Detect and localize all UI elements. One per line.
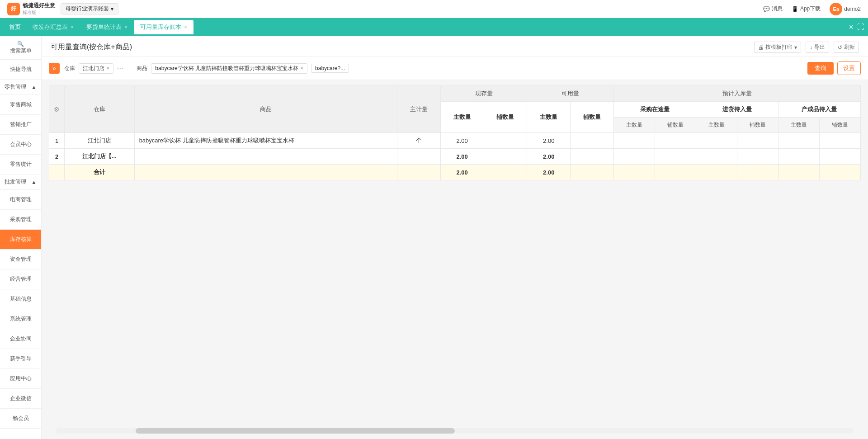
filter-toggle[interactable]: » (49, 63, 60, 74)
search-label: 搜索菜单 (10, 47, 32, 55)
sidebar-item-marketing[interactable]: 营销推广 (0, 115, 41, 135)
th-available-aux: 辅数量 (571, 102, 614, 133)
warehouse-tag[interactable]: 江北门店 × (79, 63, 113, 74)
product-tag1[interactable]: babycare学饮杯 儿童防摔防撞吸管杯重力球吸嘴杯宝宝水杯 × (151, 63, 307, 74)
th-incoming-aux: 辅数量 (737, 118, 778, 133)
sidebar-item-operations[interactable]: 经营管理 (0, 269, 41, 289)
th-current-main: 主数量 (440, 102, 484, 133)
settings-gear-icon[interactable]: ⚙ (54, 106, 60, 113)
avatar: Ea (830, 3, 842, 15)
sidebar-item-basic-info[interactable]: 基础信息 (0, 289, 41, 309)
export-icon: ↓ (810, 44, 812, 51)
filter-buttons: 查询 设置 (807, 61, 861, 75)
user-name: demo2 (844, 6, 861, 12)
th-warehouse: 仓库 (65, 86, 135, 133)
sidebar-search[interactable]: 🔍 搜索菜单 (0, 36, 41, 60)
refresh-icon: ↺ (838, 44, 842, 51)
sidebar-item-newbie[interactable]: 新手引导 (0, 349, 41, 369)
fullscreen-icon[interactable]: ⛶ (857, 23, 864, 31)
th-planned-in: 预计入库量 (613, 86, 860, 102)
search-icon: 🔍 (17, 41, 24, 47)
sidebar: 🔍 搜索菜单 快捷导航 零售管理 ▲ 零售商城 营销推广 会员中心 零售统计 批… (0, 36, 42, 439)
sidebar-item-app-center[interactable]: 应用中心 (0, 369, 41, 389)
refresh-btn[interactable]: ↺ 刷新 (834, 42, 859, 53)
warehouse-value: 江北门店 (83, 65, 104, 72)
row1-incoming-main (696, 133, 737, 149)
app-download-btn[interactable]: 📱 App下载 (792, 5, 821, 13)
row1-available-aux (571, 133, 614, 149)
tab-available-stock-close[interactable]: × (184, 24, 187, 30)
row2-product-aux (819, 149, 860, 165)
retail-stats-label: 零售统计 (10, 160, 32, 168)
tab-home[interactable]: 首页 (4, 20, 26, 34)
th-settings: ⚙ (49, 86, 65, 133)
sidebar-item-ecommerce[interactable]: 电商管理 (0, 190, 41, 210)
chevron-down-print: ▾ (794, 44, 797, 51)
table-row: 1 江北门店 babycare学饮杯 儿童防摔防撞吸管杯重力球吸嘴杯宝宝水杯 个… (49, 133, 861, 149)
logo-area: 好 畅捷通好生意 标准版 (7, 2, 55, 16)
product-value2: babycare?... (315, 65, 345, 71)
settings-button[interactable]: 设置 (837, 61, 861, 75)
th-current-aux: 辅数量 (484, 102, 527, 133)
row2-unit (397, 149, 440, 165)
query-button[interactable]: 查询 (807, 62, 834, 75)
warehouse-more[interactable]: ··· (117, 64, 123, 72)
product-tag1-close[interactable]: × (300, 65, 303, 71)
sidebar-item-wholesale-mgmt[interactable]: 批发管理 ▲ (0, 175, 41, 190)
row2-available-aux (571, 149, 614, 165)
message-btn[interactable]: 💬 消息 (763, 5, 783, 13)
row2-index: 2 (49, 149, 65, 165)
sidebar-item-retail-mgmt[interactable]: 零售管理 ▲ (0, 80, 41, 95)
print-btn[interactable]: 🖨 按模板打印 ▾ (754, 42, 801, 53)
sidebar-item-enterprise[interactable]: 企业协同 (0, 329, 41, 349)
sidebar-item-member[interactable]: 畅会员 (0, 409, 41, 429)
sidebar-item-inventory[interactable]: 库存核算 (0, 230, 41, 250)
industry-label: 母婴行业演示账套 (66, 5, 109, 13)
tab-order-stats-close[interactable]: × (124, 24, 127, 30)
row1-warehouse: 江北门店 (65, 133, 135, 149)
row2-incoming-aux (737, 149, 778, 165)
total-empty3 (397, 165, 440, 180)
operations-label: 经营管理 (10, 275, 32, 283)
horizontal-scrollbar[interactable] (56, 428, 854, 434)
total-prod1 (778, 165, 819, 180)
wechat-label: 企业微信 (10, 395, 32, 402)
app-download-label: App下载 (800, 5, 821, 13)
th-incoming-pending: 进货待入量 (696, 102, 778, 118)
sidebar-item-finance[interactable]: 资金管理 (0, 250, 41, 269)
filter-warehouse: 仓库 江北门店 × ··· (64, 63, 123, 74)
row1-incoming-aux (737, 133, 778, 149)
export-btn[interactable]: ↓ 导出 (806, 42, 829, 53)
top-bar: 好 畅捷通好生意 标准版 母婴行业演示账套 ▾ 💬 消息 📱 App下载 Ea … (0, 0, 868, 18)
row1-current-main: 2.00 (440, 133, 484, 149)
row2-product-main (778, 149, 819, 165)
sidebar-item-purchase[interactable]: 采购管理 (0, 210, 41, 230)
tab-summary[interactable]: 收发存汇总表 × (26, 20, 80, 34)
row1-available-main: 2.00 (527, 133, 571, 149)
close-all-icon[interactable]: × (849, 23, 854, 32)
refresh-label: 刷新 (844, 43, 855, 51)
scrollbar-thumb[interactable] (136, 428, 455, 434)
sidebar-item-membership[interactable]: 会员中心 (0, 135, 41, 155)
user-area[interactable]: Ea demo2 (830, 3, 861, 15)
tab-summary-close[interactable]: × (71, 24, 74, 30)
product-label: 商品 (137, 65, 147, 72)
th-unit: 主计量 (397, 86, 440, 133)
tab-available-stock[interactable]: 可用量库存账本 × (134, 20, 193, 34)
total-current-aux (484, 165, 527, 180)
row2-pur-transit-aux (655, 149, 696, 165)
sidebar-item-retail-stats[interactable]: 零售统计 (0, 155, 41, 175)
th-pur-transit-main: 主数量 (613, 118, 655, 133)
tab-order-stats[interactable]: 要货单统计表 × (80, 20, 134, 34)
enterprise-label: 企业协同 (10, 335, 32, 343)
product-tag2[interactable]: babycare?... (311, 64, 349, 73)
warehouse-tag-close[interactable]: × (106, 65, 109, 71)
top-bar-right: 💬 消息 📱 App下载 Ea demo2 (763, 3, 861, 15)
sidebar-item-system[interactable]: 系统管理 (0, 309, 41, 329)
industry-selector[interactable]: 母婴行业演示账套 ▾ (61, 3, 118, 14)
sidebar-item-retail-mall[interactable]: 零售商城 (0, 95, 41, 115)
sidebar-quick-nav[interactable]: 快捷导航 (0, 60, 41, 80)
sidebar-item-wechat[interactable]: 企业微信 (0, 389, 41, 409)
app-tag: 标准版 (23, 9, 55, 16)
th-available: 可用量 (527, 86, 614, 102)
